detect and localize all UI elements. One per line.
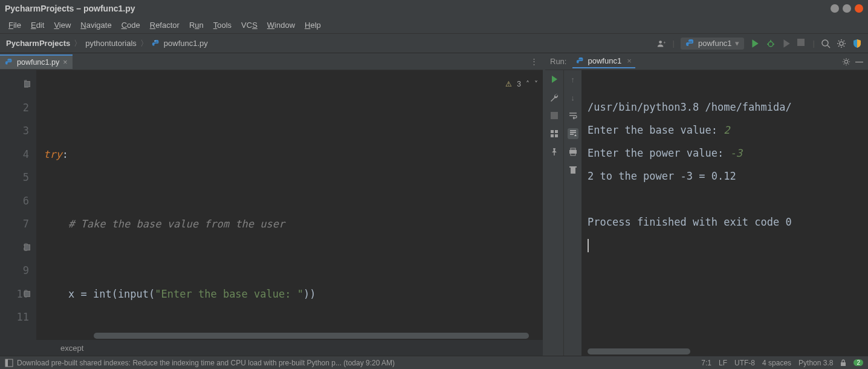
code-editor[interactable]: 1 2 3 4 5 6 7 8 9 10 11 ⚠ 3 ˄ ˅ try: xyxy=(0,70,543,340)
console-line: Process finished with exit code 0 xyxy=(588,216,792,228)
python-file-icon xyxy=(576,57,585,65)
editor-breadcrumb: except xyxy=(0,340,543,356)
coverage-icon[interactable] xyxy=(782,39,791,48)
stop-icon[interactable] xyxy=(797,39,807,48)
pin-icon[interactable] xyxy=(549,146,560,157)
chevron-down-icon[interactable]: ˅ xyxy=(534,73,538,96)
gutter: 1 2 3 4 5 6 7 8 9 10 11 xyxy=(0,70,36,340)
gear-icon[interactable] xyxy=(842,57,850,66)
tool-window-toggle-icon[interactable] xyxy=(5,359,13,367)
editor-tab-more-icon[interactable]: ⋮ xyxy=(525,57,543,66)
breadcrumb-folder[interactable]: pythontutorials xyxy=(85,39,137,48)
svg-point-8 xyxy=(822,40,828,46)
svg-point-10 xyxy=(840,42,843,45)
run-configuration-name: powfunc1 xyxy=(698,39,732,48)
status-bar: Download pre-built shared indexes: Reduc… xyxy=(0,356,868,369)
shield-icon[interactable] xyxy=(852,39,862,48)
editor-pane: powfunc1.py × ⋮ 1 2 3 4 5 6 7 8 9 10 11 xyxy=(0,53,543,356)
status-encoding[interactable]: UTF-8 xyxy=(734,359,755,367)
svg-rect-25 xyxy=(841,362,846,366)
menu-navigate[interactable]: Navigate xyxy=(77,19,115,31)
navigation-bar: PycharmProjects 〉 pythontutorials 〉 powf… xyxy=(0,34,868,53)
scroll-to-end-icon[interactable] xyxy=(568,128,578,139)
window-maximize-button[interactable] xyxy=(843,4,851,13)
notifications-badge[interactable]: 2 xyxy=(853,359,863,366)
run-tab-label: powfunc1 xyxy=(588,56,621,65)
svg-line-9 xyxy=(828,45,830,48)
code-area[interactable]: ⚠ 3 ˄ ˅ try: # Take the base value from … xyxy=(36,70,543,340)
run-button-icon[interactable] xyxy=(750,39,760,48)
console-line: Enter the base value: xyxy=(588,124,724,136)
status-position[interactable]: 7:1 xyxy=(701,359,711,367)
up-arrow-icon[interactable]: ↑ xyxy=(568,74,578,85)
status-eol[interactable]: LF xyxy=(719,359,727,367)
menu-vcs[interactable]: VCS xyxy=(238,19,261,31)
menu-window[interactable]: Window xyxy=(264,19,299,31)
svg-rect-13 xyxy=(551,130,554,133)
svg-text:+: + xyxy=(663,40,666,44)
breadcrumb-sep: 〉 xyxy=(74,38,82,49)
status-indent[interactable]: 4 spaces xyxy=(762,359,791,367)
user-icon[interactable]: + xyxy=(657,39,667,48)
run-configuration-selector[interactable]: powfunc1 ▾ xyxy=(681,38,744,50)
svg-rect-22 xyxy=(569,166,577,168)
window-titlebar: PycharmProjects – powfunc1.py xyxy=(0,0,868,17)
layout-icon[interactable] xyxy=(549,128,560,139)
svg-point-1 xyxy=(659,41,662,44)
fold-marker[interactable] xyxy=(24,244,30,250)
menu-code[interactable]: Code xyxy=(118,19,144,31)
editor-tab-powfunc1[interactable]: powfunc1.py × xyxy=(0,54,73,69)
inspection-widget[interactable]: ⚠ 3 ˄ ˅ xyxy=(505,73,538,96)
settings-icon[interactable] xyxy=(837,39,846,48)
horizontal-scrollbar[interactable] xyxy=(94,333,529,339)
svg-rect-21 xyxy=(571,168,575,174)
svg-rect-15 xyxy=(551,134,554,137)
hide-panel-icon[interactable]: — xyxy=(855,57,863,66)
menu-view[interactable]: View xyxy=(50,19,74,31)
status-message[interactable]: Download pre-built shared indexes: Reduc… xyxy=(17,359,395,367)
trash-icon[interactable] xyxy=(568,165,578,175)
menu-help[interactable]: Help xyxy=(301,19,325,31)
menu-tools[interactable]: Tools xyxy=(210,19,235,31)
breadcrumb-root[interactable]: PycharmProjects xyxy=(6,39,70,48)
status-sdk[interactable]: Python 3.8 xyxy=(798,359,833,367)
fold-marker[interactable] xyxy=(24,291,30,297)
console-output[interactable]: /usr/bin/python3.8 /home/fahmida/ Enter … xyxy=(581,70,868,356)
stop-icon[interactable] xyxy=(549,110,560,121)
run-panel-label: Run: xyxy=(550,57,566,66)
console-line: 2 to the power -3 = 0.12 xyxy=(588,170,736,182)
console-line: Enter the power value: xyxy=(588,147,730,159)
down-arrow-icon[interactable]: ↓ xyxy=(568,92,578,103)
rerun-icon[interactable] xyxy=(549,74,560,85)
breadcrumbs: PycharmProjects 〉 pythontutorials 〉 powf… xyxy=(6,38,657,49)
svg-point-3 xyxy=(768,42,773,47)
python-file-icon xyxy=(152,39,160,48)
chevron-up-icon[interactable]: ˄ xyxy=(526,73,530,96)
close-tab-icon[interactable]: × xyxy=(63,58,67,67)
console-cursor xyxy=(588,239,589,252)
menu-file[interactable]: File xyxy=(5,19,25,31)
menu-run[interactable]: Run xyxy=(186,19,207,31)
run-tab-powfunc1[interactable]: powfunc1 × xyxy=(572,54,635,68)
breadcrumb-file[interactable]: powfunc1.py xyxy=(164,39,208,48)
window-close-button[interactable] xyxy=(855,4,863,13)
debug-button-icon[interactable] xyxy=(766,39,776,48)
menu-refactor[interactable]: Refactor xyxy=(146,19,183,31)
search-everywhere-icon[interactable] xyxy=(821,39,831,48)
wrench-icon[interactable] xyxy=(549,92,560,103)
editor-breadcrumb-item[interactable]: except xyxy=(60,344,83,353)
close-icon[interactable]: × xyxy=(627,56,632,65)
lock-icon[interactable] xyxy=(840,359,846,367)
editor-tabs: powfunc1.py × ⋮ xyxy=(0,53,543,70)
svg-rect-14 xyxy=(555,130,558,133)
print-icon[interactable] xyxy=(568,146,578,157)
horizontal-scrollbar[interactable] xyxy=(588,348,690,354)
soft-wrap-icon[interactable] xyxy=(568,110,578,121)
window-title: PycharmProjects – powfunc1.py xyxy=(5,4,831,13)
console-line: /usr/bin/python3.8 /home/fahmida/ xyxy=(588,101,792,113)
warning-icon: ⚠ xyxy=(505,73,512,96)
fold-marker[interactable] xyxy=(24,81,30,87)
window-minimize-button[interactable] xyxy=(831,4,839,13)
menu-edit[interactable]: Edit xyxy=(27,19,48,31)
svg-point-0 xyxy=(154,40,155,41)
